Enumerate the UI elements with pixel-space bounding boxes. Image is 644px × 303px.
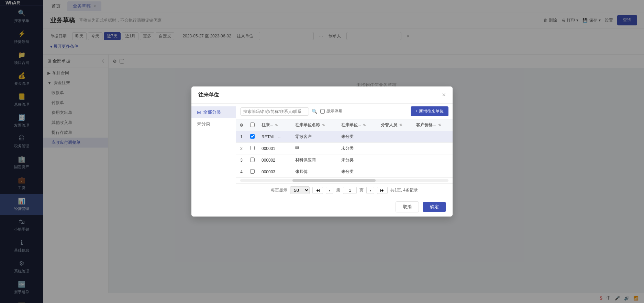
per-page-select[interactable]: 50 100 bbox=[290, 186, 310, 194]
modal-toolbar: 🔍 显示停用 + 新增往来单位 bbox=[236, 104, 453, 119]
modal-table: ⚙ 往来... ⇅ 往来单位名称 ⇅ bbox=[236, 119, 453, 183]
add-party-button[interactable]: + 新增往来单位 bbox=[411, 106, 448, 116]
row-num: 4 bbox=[236, 166, 247, 178]
row-code: 000003 bbox=[258, 166, 292, 178]
row-price bbox=[413, 154, 453, 166]
row-manager bbox=[377, 143, 413, 154]
sort-manager-icon: ⇅ bbox=[399, 123, 402, 127]
table-row[interactable]: 4 000003 张师傅 未分类 bbox=[236, 166, 453, 178]
table-row[interactable]: 1 RETAIL_... 零散客户 未分类 bbox=[236, 131, 453, 143]
row-type: 未分类 bbox=[338, 143, 378, 154]
row-type: 未分类 bbox=[338, 154, 378, 166]
col-code-header: 往来... ⇅ bbox=[258, 119, 292, 131]
row-code: 000002 bbox=[258, 154, 292, 166]
row-num: 3 bbox=[236, 154, 247, 166]
modal-sidebar-all-categories[interactable]: ⊞ 全部分类 bbox=[191, 106, 236, 118]
partner-table: ⚙ 往来... ⇅ 往来单位名称 ⇅ bbox=[236, 119, 453, 178]
scrollbar-thumb bbox=[292, 179, 376, 182]
row-code: RETAIL_... bbox=[258, 131, 292, 143]
row-price bbox=[413, 143, 453, 154]
col-checkbox bbox=[247, 119, 258, 131]
modal-sidebar-unclassified[interactable]: 未分类 bbox=[191, 118, 236, 130]
row-name: 零散客户 bbox=[292, 131, 337, 143]
row-checkbox[interactable] bbox=[247, 143, 258, 154]
modal-header: 往来单位 × bbox=[191, 86, 453, 104]
modal-footer: 取消 确定 bbox=[191, 197, 453, 217]
prev-page-button[interactable]: ‹ bbox=[326, 187, 333, 194]
modal-content: 🔍 显示停用 + 新增往来单位 ⚙ bbox=[236, 104, 453, 197]
table-row[interactable]: 2 000001 甲 未分类 bbox=[236, 143, 453, 154]
row-manager bbox=[377, 131, 413, 143]
modal-search-input[interactable] bbox=[240, 107, 309, 116]
row-manager bbox=[377, 166, 413, 178]
row-manager bbox=[377, 154, 413, 166]
row-num: 1 bbox=[236, 131, 247, 143]
horizontal-scrollbar[interactable] bbox=[240, 179, 448, 182]
total-records: 共1页, 4条记录 bbox=[390, 187, 418, 193]
modal-sidebar: ⊞ 全部分类 未分类 bbox=[191, 104, 236, 197]
confirm-button[interactable]: 确定 bbox=[423, 202, 446, 212]
first-page-button[interactable]: ⏮ bbox=[312, 187, 323, 194]
row-checkbox[interactable] bbox=[247, 154, 258, 166]
row-code: 000001 bbox=[258, 143, 292, 154]
table-select-all[interactable] bbox=[250, 123, 255, 127]
modal-search-button[interactable]: 🔍 bbox=[312, 109, 318, 114]
row-num: 2 bbox=[236, 143, 247, 154]
row-name: 甲 bbox=[292, 143, 337, 154]
col-name-header: 往来单位名称 ⇅ bbox=[292, 119, 337, 131]
col-type-header: 往来单位... ⇅ bbox=[338, 119, 378, 131]
sort-type-icon: ⇅ bbox=[363, 123, 366, 127]
cancel-button[interactable]: 取消 bbox=[396, 201, 419, 212]
col-settings: ⚙ bbox=[236, 119, 247, 131]
show-disabled-checkbox[interactable] bbox=[320, 109, 325, 114]
modal-pagination: 每页显示 50 100 ⏮ ‹ 第 页 › ⏭ 共1页, 4条记录 bbox=[236, 183, 453, 197]
grid-icon: ⊞ bbox=[197, 109, 201, 115]
modal-body: ⊞ 全部分类 未分类 🔍 显示停用 + 新增往来单位 bbox=[191, 104, 453, 197]
modal-title: 往来单位 bbox=[198, 92, 442, 98]
col-manager-header: 分管人员 ⇅ bbox=[377, 119, 413, 131]
row-price bbox=[413, 131, 453, 143]
row-checkbox[interactable] bbox=[247, 131, 258, 143]
sort-name-icon: ⇅ bbox=[322, 123, 325, 127]
row-type: 未分类 bbox=[338, 166, 378, 178]
col-price-header: 客户价格... ⇅ bbox=[413, 119, 453, 131]
row-name: 张师傅 bbox=[292, 166, 337, 178]
table-row[interactable]: 3 000002 材料供应商 未分类 bbox=[236, 154, 453, 166]
row-name: 材料供应商 bbox=[292, 154, 337, 166]
modal-overlay: 往来单位 × ⊞ 全部分类 未分类 🔍 bbox=[0, 0, 644, 303]
sort-code-icon: ⇅ bbox=[275, 123, 278, 127]
page-input[interactable] bbox=[343, 187, 357, 194]
row-checkbox[interactable] bbox=[247, 166, 258, 178]
modal-partner: 往来单位 × ⊞ 全部分类 未分类 🔍 bbox=[191, 86, 453, 217]
row-price bbox=[413, 166, 453, 178]
last-page-button[interactable]: ⏭ bbox=[377, 187, 388, 194]
modal-close-button[interactable]: × bbox=[442, 91, 446, 98]
next-page-button[interactable]: › bbox=[366, 187, 374, 194]
row-type: 未分类 bbox=[338, 131, 378, 143]
sort-price-icon: ⇅ bbox=[438, 123, 441, 127]
show-disabled-label: 显示停用 bbox=[320, 108, 343, 114]
